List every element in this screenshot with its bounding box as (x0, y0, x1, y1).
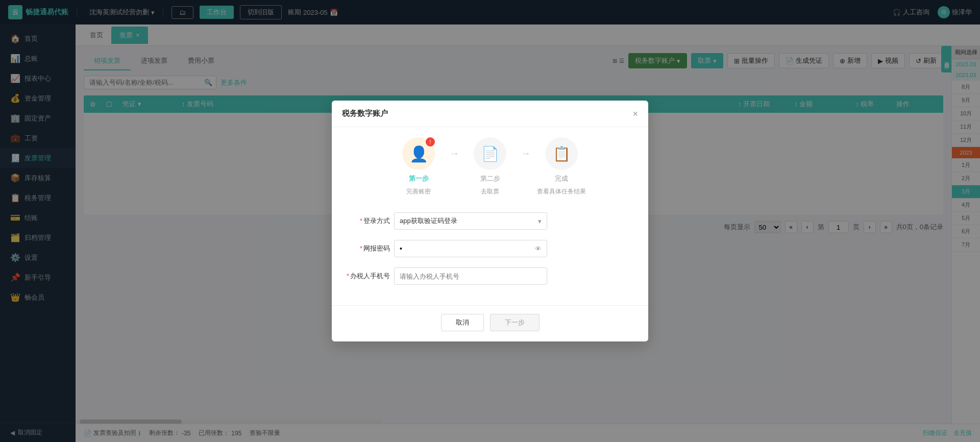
step-1-emoji: 👤 (409, 145, 428, 163)
password-field[interactable]: 👁 (394, 240, 547, 257)
modal-footer: 取消 下一步 (332, 305, 648, 341)
step-1-desc: 完善账密 (406, 187, 431, 196)
step-1-icon: 👤 ! (402, 137, 435, 170)
cancel-button[interactable]: 取消 (441, 314, 484, 331)
password-label: *网报密码 (344, 244, 390, 253)
modal-header: 税务数字账户 × (332, 101, 648, 127)
step-2-icon: 📄 (474, 137, 506, 170)
step-1: 👤 ! 第一步 完善账密 (388, 137, 449, 196)
step-2-desc: 去取票 (481, 187, 499, 196)
select-dropdown-icon: ▾ (538, 217, 542, 225)
phone-label: *办税人手机号 (344, 272, 390, 281)
step-2: 📄 第二步 去取票 (459, 137, 521, 196)
next-button[interactable]: 下一步 (490, 314, 540, 331)
modal-overlay: 税务数字账户 × 👤 ! 第一步 完善账密 → (0, 0, 980, 442)
step-3-desc: 查看具体任务结果 (537, 187, 586, 196)
modal-title: 税务数字账户 (342, 109, 388, 118)
steps-container: 👤 ! 第一步 完善账密 → 📄 第二步 去取票 → (344, 137, 636, 196)
login-method-select[interactable]: app获取验证码登录 ▾ (394, 212, 547, 230)
login-method-label: *登录方式 (344, 216, 390, 226)
password-row: *网报密码 👁 (344, 240, 636, 257)
phone-row: *办税人手机号 (344, 267, 636, 285)
modal-close-button[interactable]: × (632, 109, 638, 118)
step-1-badge: ! (426, 137, 435, 146)
modal-form: *登录方式 app获取验证码登录 ▾ *网报密码 👁 (344, 212, 636, 285)
step-2-emoji: 📄 (481, 145, 499, 162)
step-3-label: 完成 (555, 174, 568, 183)
phone-input[interactable] (394, 267, 547, 285)
step-3-icon: 📋 (545, 137, 578, 170)
step-2-label: 第二步 (480, 174, 500, 183)
arrow-2: → (521, 148, 531, 159)
modal-dialog: 税务数字账户 × 👤 ! 第一步 完善账密 → (332, 101, 648, 341)
arrow-1: → (449, 148, 459, 159)
login-method-row: *登录方式 app获取验证码登录 ▾ (344, 212, 636, 230)
step-1-label: 第一步 (409, 174, 429, 183)
password-toggle-icon[interactable]: 👁 (535, 245, 542, 253)
password-input[interactable] (400, 244, 535, 253)
step-3: 📋 完成 查看具体任务结果 (531, 137, 592, 196)
login-method-value: app获取验证码登录 (400, 216, 538, 226)
modal-body: 👤 ! 第一步 完善账密 → 📄 第二步 去取票 → (332, 127, 648, 305)
step-3-emoji: 📋 (553, 145, 571, 162)
